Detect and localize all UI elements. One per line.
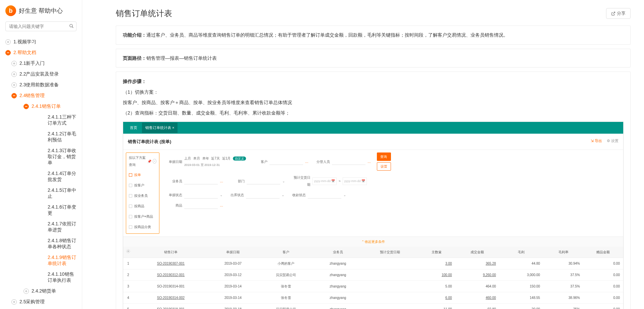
collapse-bar: ⌃ 收起更多条件 bbox=[123, 236, 623, 247]
scheme-item: 按商品分类 bbox=[126, 222, 159, 232]
img-tab-stat: 销售订单统计表 × bbox=[142, 123, 178, 133]
nav-item-docs[interactable]: 2.帮助文档 bbox=[5, 47, 77, 58]
scheme-item: 按客户+商品 bbox=[126, 211, 159, 222]
nav-2-3[interactable]: 2.3使用前数据准备 bbox=[11, 80, 77, 90]
main-content: 销售订单统计表 分享 功能介绍：通过客户、业务员、商品等维度查询销售订单的明细汇… bbox=[82, 0, 644, 309]
nav-tree: 1.视频学习 2.帮助文档 2.1新手入门 2.2产品安装及登录 2.3使用前数… bbox=[5, 37, 77, 309]
nav-leaf[interactable]: 2.4.1.2订单毛利预估 bbox=[48, 129, 77, 145]
path-text: 销售管理—报表—销售订单统计表 bbox=[146, 55, 217, 61]
nav-2-1[interactable]: 2.1新手入门 bbox=[11, 58, 77, 69]
nav-2-4-1[interactable]: 2.4.1销售订单 bbox=[23, 101, 77, 112]
minus-icon bbox=[5, 50, 11, 55]
nav-leaf[interactable]: 2.4.1.5订单中止 bbox=[48, 185, 77, 202]
img-title: 销售订单统计表 (按单) bbox=[128, 137, 171, 146]
scheme-item: 按业务员 bbox=[126, 190, 159, 201]
nav-leaf[interactable]: 2.4.1.10销售订单执行表 bbox=[48, 269, 77, 286]
step2-text: （2）查询指标：交货日期、数量、成交金额、毛利、毛利率、累计收款金额等； bbox=[123, 108, 624, 118]
step1-label: （1）切换方案： bbox=[123, 87, 624, 97]
img-tab-home: 首页 bbox=[127, 123, 141, 133]
setting-link: ⚙ 设置 bbox=[607, 137, 618, 146]
plus-icon bbox=[5, 39, 11, 45]
intro-card: 功能介绍：通过客户、业务员、商品等维度查询销售订单的明细汇总情况；有助于管理者了… bbox=[116, 26, 631, 45]
brand-logo: b bbox=[5, 5, 16, 16]
nav-2-6[interactable]: 2.6库存核算 bbox=[11, 307, 77, 309]
gear-icon bbox=[126, 249, 130, 253]
nav-leaf[interactable]: 2.4.1.8销售订单各种状态 bbox=[48, 235, 77, 252]
brand: b 好生意 帮助中心 bbox=[5, 5, 77, 16]
nav-leaf[interactable]: 2.4.1.4订单分批发货 bbox=[48, 168, 77, 185]
path-label: 页面路径： bbox=[123, 55, 146, 61]
search-box bbox=[5, 21, 77, 31]
plus-icon bbox=[11, 61, 17, 66]
svg-point-3 bbox=[128, 251, 129, 252]
nav-leaf[interactable]: 2.4.1.7依照订单进货 bbox=[48, 219, 77, 235]
plus-icon bbox=[11, 72, 17, 77]
nav-leaf[interactable]: 2.4.1.1三种下订单方式 bbox=[48, 112, 77, 129]
step1-text: 按客户、按商品、按客户＋商品、按单、按业务员等维度来查看销售订单总体情况 bbox=[123, 98, 624, 107]
nav-2-4-2[interactable]: 2.4.2销货单 bbox=[23, 286, 77, 297]
minus-icon bbox=[11, 93, 17, 98]
chevron-left-icon: ‹ bbox=[153, 159, 156, 164]
svg-point-0 bbox=[70, 24, 72, 27]
nav-2-4[interactable]: 2.4销售管理 bbox=[11, 90, 77, 101]
page-title: 销售订单统计表 bbox=[116, 8, 172, 19]
scheme-item: 按商品 bbox=[126, 201, 159, 211]
scheme-item: 按客户 bbox=[126, 180, 159, 190]
plus-icon bbox=[11, 299, 17, 305]
nav-leaf-current[interactable]: 2.4.1.9销售订单统计表 bbox=[48, 252, 77, 269]
intro-text: 通过客户、业务员、商品等维度查询销售订单的明细汇总情况；有助于管理者了解订单成交… bbox=[146, 32, 508, 38]
scheme-panel: 按以下方案查询📌‹ 按单 按客户 按业务员 按商品 按客户+商品 按商品分类 bbox=[126, 152, 159, 234]
nav-leaf[interactable]: 2.4.1.6订单变更 bbox=[48, 202, 77, 219]
intro-label: 功能介绍： bbox=[123, 32, 146, 38]
path-card: 页面路径：销售管理—报表—销售订单统计表 bbox=[116, 49, 631, 68]
svg-line-2 bbox=[613, 12, 615, 14]
nav-item-video[interactable]: 1.视频学习 bbox=[5, 37, 77, 47]
brand-title: 好生意 帮助中心 bbox=[19, 7, 63, 15]
scheme-item: 按单 bbox=[126, 170, 159, 180]
share-icon bbox=[611, 11, 615, 16]
svg-line-1 bbox=[72, 27, 73, 28]
plus-icon bbox=[23, 289, 29, 294]
search-input[interactable] bbox=[5, 21, 77, 31]
minus-icon bbox=[23, 104, 29, 109]
img-tabbar: 首页 销售订单统计表 × bbox=[123, 122, 623, 134]
sidebar: b 好生意 帮助中心 1.视频学习 2.帮助文档 2.1新手入门 2.2产品安装… bbox=[0, 0, 82, 309]
filter-panel: 单据日期 上月 本月 本年 近7天 近1月 自定义 bbox=[162, 150, 623, 236]
steps-block: 操作步骤： （1）切换方案： 按客户、按商品、按客户＋商品、按单、按业务员等维度… bbox=[116, 72, 631, 309]
screenshot-1: 首页 销售订单统计表 × 销售订单统计表 (按单) ⇲ 导出 ⚙ 设置 按以下方… bbox=[123, 122, 624, 309]
pin-icon: 📌 bbox=[147, 158, 151, 165]
nav-leaf[interactable]: 2.4.1.3订单收取订金，销货单 bbox=[48, 145, 77, 168]
plus-icon bbox=[11, 82, 17, 88]
data-table: 销售订单单据日期客户业务员预计交货日期主数量成交金额毛利毛利率赠品金额 1SO-… bbox=[123, 247, 623, 309]
steps-title: 操作步骤： bbox=[123, 77, 624, 86]
search-icon[interactable] bbox=[69, 24, 74, 29]
nav-2-2[interactable]: 2.2产品安装及登录 bbox=[11, 69, 77, 80]
share-button[interactable]: 分享 bbox=[606, 8, 631, 19]
export-link: ⇲ 导出 bbox=[591, 137, 602, 146]
nav-2-5[interactable]: 2.5采购管理 bbox=[11, 297, 77, 307]
